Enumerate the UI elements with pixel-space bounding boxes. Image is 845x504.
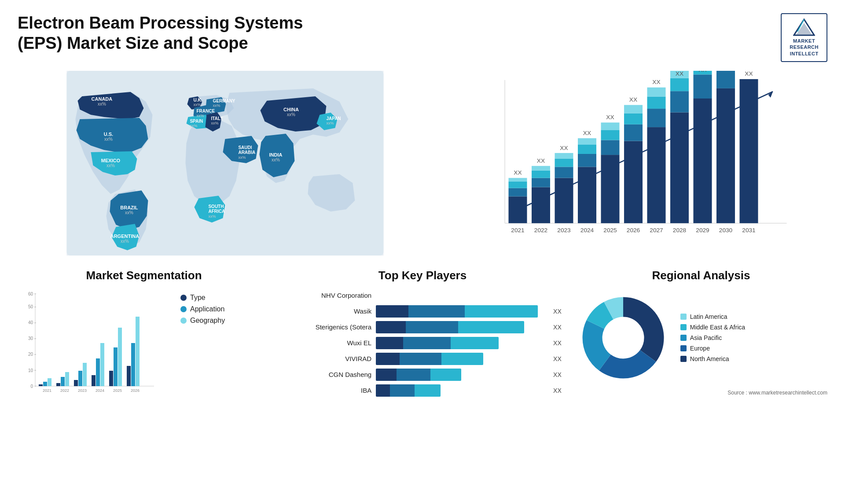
- players-title: Top Key Players: [283, 269, 562, 282]
- svg-text:FRANCE: FRANCE: [196, 109, 215, 113]
- list-item: Wuxi EL XX: [283, 337, 562, 349]
- svg-text:MEXICO: MEXICO: [101, 158, 121, 163]
- svg-text:2023: 2023: [557, 227, 570, 234]
- svg-text:40: 40: [28, 320, 33, 325]
- segmentation-chart-svg: 0 10 20 30 40 50 60 2021: [18, 289, 158, 404]
- player-bar-wrap: [376, 384, 546, 397]
- svg-rect-128: [83, 363, 87, 386]
- svg-rect-63: [601, 130, 619, 140]
- svg-rect-53: [555, 158, 573, 167]
- application-color: [180, 306, 187, 312]
- top-key-players: Top Key Players NHV Corporation Wasik X: [283, 269, 562, 404]
- player-bar-wrap: [376, 369, 546, 381]
- bottom-section: Market Segmentation 0 10 20 30 40 50: [18, 269, 827, 404]
- svg-text:60: 60: [28, 292, 33, 296]
- world-map: CANADA xx% U.S. xx% MEXICO xx% BRAZIL xx…: [18, 71, 433, 256]
- svg-text:xx%: xx%: [98, 102, 106, 106]
- svg-text:XX: XX: [698, 71, 706, 73]
- svg-text:xx%: xx%: [208, 214, 216, 219]
- svg-rect-134: [109, 371, 113, 386]
- svg-text:2021: 2021: [511, 227, 524, 234]
- svg-rect-136: [118, 328, 122, 386]
- geography-label: Geography: [190, 317, 225, 325]
- svg-text:50: 50: [28, 304, 33, 309]
- svg-text:2025: 2025: [113, 388, 122, 393]
- svg-text:XX: XX: [537, 157, 545, 164]
- type-color: [180, 295, 187, 301]
- player-bar-wrap: [376, 353, 546, 365]
- middle-east-label: Middle East & Africa: [690, 324, 745, 331]
- application-label: Application: [190, 305, 224, 313]
- svg-point-147: [603, 318, 643, 358]
- geography-color: [180, 318, 187, 324]
- svg-text:30: 30: [28, 336, 33, 341]
- svg-text:20: 20: [28, 352, 33, 357]
- list-item: Sterigenics (Sotera XX: [283, 321, 562, 333]
- legend-item-middle-east: Middle East & Africa: [680, 324, 745, 331]
- donut-chart-svg: [575, 289, 672, 386]
- legend-item-latin-america: Latin America: [680, 313, 745, 320]
- svg-rect-74: [647, 88, 665, 97]
- svg-text:xx%: xx%: [121, 239, 129, 244]
- svg-text:xx%: xx%: [190, 124, 197, 128]
- svg-text:JAPAN: JAPAN: [326, 116, 341, 121]
- svg-text:2025: 2025: [603, 227, 617, 234]
- list-item: VIVIRAD XX: [283, 353, 562, 365]
- list-item: NHV Corporation: [283, 289, 562, 302]
- svg-text:XX: XX: [514, 169, 522, 176]
- svg-text:SAUDI: SAUDI: [238, 145, 252, 150]
- market-segmentation: Market Segmentation 0 10 20 30 40 50: [18, 269, 270, 404]
- growth-bar-chart: XX XX XX XX XX: [450, 71, 827, 256]
- donut-area: Latin America Middle East & Africa Asia …: [575, 289, 827, 386]
- svg-text:2031: 2031: [742, 227, 755, 234]
- svg-text:SPAIN: SPAIN: [190, 119, 203, 124]
- segmentation-legend: Type Application Geography: [180, 294, 225, 325]
- middle-east-color: [680, 324, 687, 330]
- svg-text:xx%: xx%: [193, 102, 201, 107]
- logo-text: MARKET RESEARCH INTELLECT: [790, 38, 819, 57]
- svg-text:XX: XX: [560, 144, 568, 151]
- svg-rect-73: [647, 97, 665, 109]
- europe-color: [680, 345, 687, 351]
- svg-text:XX: XX: [606, 114, 614, 121]
- svg-text:0: 0: [30, 384, 33, 389]
- page-title: Electron Beam Processing Systems (EPS) M…: [18, 13, 326, 53]
- svg-rect-132: [100, 343, 104, 386]
- legend-item-europe: Europe: [680, 345, 745, 352]
- legend-item-asia-pacific: Asia Pacific: [680, 334, 745, 341]
- svg-rect-52: [555, 167, 573, 178]
- svg-rect-49: [532, 166, 550, 171]
- player-bar-wrap: [376, 337, 546, 349]
- svg-text:AFRICA: AFRICA: [208, 209, 225, 214]
- svg-text:2029: 2029: [696, 227, 709, 234]
- player-name: Wasik: [283, 307, 371, 315]
- svg-rect-119: [43, 382, 47, 386]
- svg-rect-48: [532, 171, 550, 178]
- svg-text:xx%: xx%: [287, 112, 295, 117]
- svg-text:INDIA: INDIA: [269, 152, 282, 157]
- svg-text:2024: 2024: [580, 227, 594, 234]
- svg-rect-41: [508, 196, 527, 223]
- player-name: VIVIRAD: [283, 355, 371, 362]
- legend-item-north-america: North America: [680, 355, 745, 362]
- top-section: CANADA xx% U.S. xx% MEXICO xx% BRAZIL xx…: [18, 71, 827, 256]
- svg-rect-43: [508, 182, 527, 188]
- map-svg: CANADA xx% U.S. xx% MEXICO xx% BRAZIL xx…: [18, 71, 433, 256]
- svg-rect-57: [578, 154, 596, 167]
- legend-item-type: Type: [180, 294, 225, 302]
- logo: MARKET RESEARCH INTELLECT: [781, 13, 827, 62]
- player-name: IBA: [283, 387, 371, 394]
- svg-text:xx%: xx%: [326, 121, 334, 125]
- svg-text:xx%: xx%: [104, 137, 113, 142]
- legend-item-application: Application: [180, 305, 225, 313]
- svg-rect-83: [693, 74, 712, 99]
- svg-text:xx%: xx%: [213, 103, 220, 108]
- svg-rect-138: [127, 366, 131, 386]
- player-name: Wuxi EL: [283, 339, 371, 347]
- svg-rect-64: [601, 122, 619, 130]
- asia-pacific-label: Asia Pacific: [690, 334, 722, 341]
- north-america-label: North America: [690, 355, 729, 362]
- svg-rect-139: [131, 343, 135, 386]
- svg-text:XX: XX: [745, 71, 753, 77]
- svg-text:U.S.: U.S.: [104, 131, 113, 137]
